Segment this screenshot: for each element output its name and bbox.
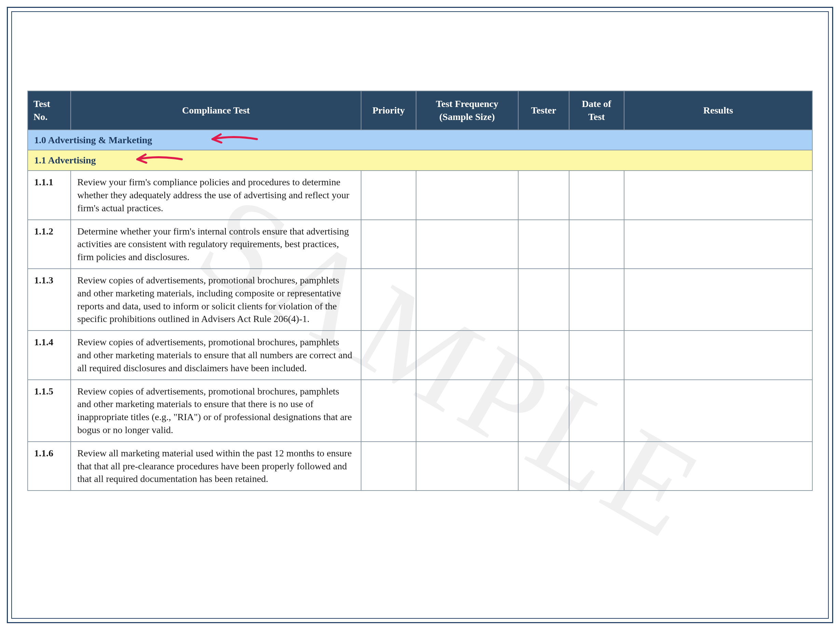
table-row: 1.1.6 Review all marketing material used… <box>28 442 812 491</box>
cell-results <box>624 380 812 442</box>
cell-tester <box>518 380 569 442</box>
cell-testno: 1.1.5 <box>28 380 71 442</box>
section-row: 1.0 Advertising & Marketing <box>28 130 812 150</box>
table-row: 1.1.4 Review copies of advertisements, p… <box>28 331 812 380</box>
cell-frequency <box>416 171 518 220</box>
cell-test: Review copies of advertisements, promoti… <box>71 331 361 380</box>
cell-date <box>569 442 624 491</box>
cell-testno: 1.1.6 <box>28 442 71 491</box>
col-results: Results <box>624 91 812 130</box>
cell-results <box>624 442 812 491</box>
cell-frequency <box>416 331 518 380</box>
cell-testno: 1.1.2 <box>28 220 71 269</box>
cell-priority <box>361 442 416 491</box>
subsection-cell: 1.1 Advertising <box>28 150 812 171</box>
cell-tester <box>518 220 569 269</box>
section-cell: 1.0 Advertising & Marketing <box>28 130 812 150</box>
table-header: Test No. Compliance Test Priority Test F… <box>28 91 812 130</box>
cell-priority <box>361 380 416 442</box>
cell-frequency <box>416 442 518 491</box>
content-area: Test No. Compliance Test Priority Test F… <box>12 12 828 491</box>
inner-border: SAMPLE Test No. Compliance Test Priority… <box>11 11 829 619</box>
section-label: 1.0 Advertising & Marketing <box>34 135 152 145</box>
subsection-row: 1.1 Advertising <box>28 150 812 171</box>
cell-priority <box>361 171 416 220</box>
table-row: 1.1.1 Review your firm's compliance poli… <box>28 171 812 220</box>
cell-date <box>569 331 624 380</box>
cell-test: Determine whether your firm's internal c… <box>71 220 361 269</box>
col-testno: Test No. <box>28 91 71 130</box>
cell-priority <box>361 331 416 380</box>
table-row: 1.1.5 Review copies of advertisements, p… <box>28 380 812 442</box>
cell-priority <box>361 220 416 269</box>
cell-tester <box>518 269 569 331</box>
cell-results <box>624 331 812 380</box>
cell-frequency <box>416 269 518 331</box>
cell-date <box>569 380 624 442</box>
cell-date <box>569 220 624 269</box>
cell-results <box>624 171 812 220</box>
cell-priority <box>361 269 416 331</box>
col-priority: Priority <box>361 91 416 130</box>
arrow-icon <box>131 152 185 166</box>
outer-border: SAMPLE Test No. Compliance Test Priority… <box>7 7 833 623</box>
col-test: Compliance Test <box>71 91 361 130</box>
cell-frequency <box>416 380 518 442</box>
col-date: Date of Test <box>569 91 624 130</box>
cell-results <box>624 220 812 269</box>
table-header-row: Test No. Compliance Test Priority Test F… <box>28 91 812 130</box>
cell-date <box>569 269 624 331</box>
cell-testno: 1.1.1 <box>28 171 71 220</box>
cell-frequency <box>416 220 518 269</box>
cell-date <box>569 171 624 220</box>
page: SAMPLE Test No. Compliance Test Priority… <box>0 0 840 630</box>
col-tester: Tester <box>518 91 569 130</box>
cell-tester <box>518 331 569 380</box>
subsection-label: 1.1 Advertising <box>34 155 96 165</box>
table-row: 1.1.3 Review copies of advertisements, p… <box>28 269 812 331</box>
cell-test: Review all marketing material used withi… <box>71 442 361 491</box>
cell-tester <box>518 171 569 220</box>
compliance-table: Test No. Compliance Test Priority Test F… <box>27 90 813 491</box>
cell-test: Review copies of advertisements, promoti… <box>71 380 361 442</box>
col-frequency: Test Frequency (Sample Size) <box>416 91 518 130</box>
table-row: 1.1.2 Determine whether your firm's inte… <box>28 220 812 269</box>
cell-results <box>624 269 812 331</box>
arrow-icon <box>206 132 260 146</box>
cell-test: Review copies of advertisements, promoti… <box>71 269 361 331</box>
cell-testno: 1.1.4 <box>28 331 71 380</box>
cell-tester <box>518 442 569 491</box>
cell-test: Review your firm's compliance policies a… <box>71 171 361 220</box>
cell-testno: 1.1.3 <box>28 269 71 331</box>
